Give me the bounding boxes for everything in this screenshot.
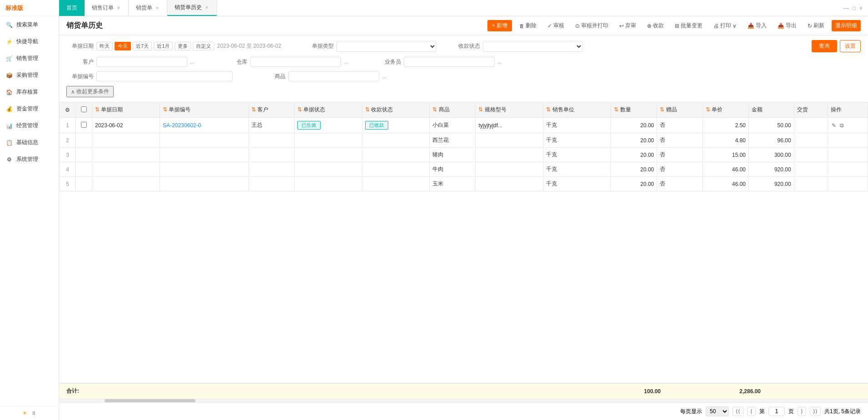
col-price[interactable]: ⇅ 单价: [703, 102, 749, 118]
doc-number-link[interactable]: SA-20230602-0: [163, 122, 201, 129]
pause-icon[interactable]: ⏸: [31, 410, 36, 416]
col-customer[interactable]: ⇅ 客户: [248, 102, 294, 118]
doc-number-input[interactable]: [96, 71, 233, 81]
import-button[interactable]: 📥 导入: [744, 20, 770, 31]
delete-button-label: 删除: [526, 22, 537, 30]
row-checkbox[interactable]: [81, 122, 87, 128]
sidebar-item-search-menu[interactable]: 🔍 搜索菜单: [0, 16, 59, 33]
audit-button[interactable]: ✓ 审核: [544, 20, 568, 31]
col-doc-number[interactable]: ⇅ 单据编号: [160, 102, 249, 118]
select-all-checkbox[interactable]: [81, 106, 87, 112]
sidebar-item-basic-info[interactable]: 📋 基础信息: [0, 134, 59, 151]
warehouse-icon: 🏠: [5, 89, 13, 96]
sidebar-item-operations[interactable]: 📊 经营管理: [0, 117, 59, 134]
warehouse-input[interactable]: [250, 57, 341, 67]
show-detail-button[interactable]: 显示明细: [832, 20, 861, 31]
business-person-input[interactable]: [404, 57, 495, 67]
next-page-button[interactable]: ⟩: [798, 407, 806, 416]
business-person-ellipsis[interactable]: ...: [497, 59, 502, 65]
sun-icon[interactable]: ☀: [22, 410, 27, 416]
tab-sales-history-close[interactable]: ×: [205, 5, 209, 10]
cell-checkbox[interactable]: [76, 162, 92, 177]
delete-button[interactable]: 🗑 删除: [516, 20, 540, 31]
first-page-button[interactable]: ⟨⟨: [733, 407, 743, 416]
date-btn-more[interactable]: 更多: [175, 42, 191, 50]
cell-doc-number: [160, 177, 249, 191]
audit-button-label: 审核: [553, 22, 564, 30]
sidebar-item-inventory[interactable]: 🏠 库存核算: [0, 84, 59, 100]
col-settings[interactable]: ⚙: [60, 102, 76, 118]
last-page-button[interactable]: ⟩⟩: [810, 407, 821, 416]
date-btn-custom[interactable]: 自定义: [193, 42, 214, 50]
tab-sales-order-close[interactable]: ×: [116, 5, 121, 11]
tab-sales-order[interactable]: 销售订单 ×: [85, 0, 129, 16]
cell-checkbox[interactable]: [76, 118, 92, 133]
date-btn-1month[interactable]: 近1月: [154, 42, 173, 50]
audit-print-button[interactable]: ⊙ 审核并打印: [572, 20, 612, 31]
query-button[interactable]: 查询: [812, 40, 837, 52]
tab-sales-goods-close[interactable]: ×: [155, 5, 160, 11]
date-btn-7days[interactable]: 近7天: [133, 42, 152, 50]
tab-home[interactable]: 首页: [59, 0, 85, 16]
show-detail-button-label: 显示明细: [835, 22, 857, 30]
print-button[interactable]: 🖨 打印 ∨: [710, 20, 740, 31]
page-number-input[interactable]: [768, 407, 785, 416]
cell-checkbox[interactable]: [76, 148, 92, 162]
close-window-icon[interactable]: ×: [859, 5, 863, 11]
col-goods[interactable]: ⇅ 商品: [430, 102, 476, 118]
refresh-button[interactable]: ↻ 刷新: [804, 20, 828, 31]
batch-change-button[interactable]: ⊞ 批量变更: [671, 20, 706, 31]
warehouse-ellipsis[interactable]: ...: [344, 59, 348, 65]
audit-icon: ✓: [547, 23, 552, 29]
cell-checkbox[interactable]: [76, 133, 92, 148]
edit-icon[interactable]: ✎: [831, 121, 837, 130]
tab-sales-goods[interactable]: 销货单 ×: [129, 0, 167, 16]
cell-goods: 西兰花: [430, 133, 476, 148]
cell-quantity: 20.00: [611, 177, 657, 191]
col-unit[interactable]: ⇅ 销售单位: [543, 102, 611, 118]
collapse-icon: ∧: [71, 89, 75, 95]
minimize-icon[interactable]: —: [843, 5, 849, 11]
col-date[interactable]: ⇅ 单据日期: [92, 102, 160, 118]
sort-icon-price: ⇅: [706, 106, 710, 113]
col-spec[interactable]: ⇅ 规格型号: [476, 102, 543, 118]
col-gift[interactable]: ⇅ 赠品: [657, 102, 703, 118]
cell-doc-status: [294, 162, 362, 177]
date-range: 2023-06-02 至 2023-06-02: [217, 42, 281, 50]
settings-button[interactable]: 设置: [840, 40, 861, 52]
date-btn-yesterday[interactable]: 昨天: [96, 42, 113, 50]
payment-status-select[interactable]: [483, 41, 583, 52]
cell-actions: [828, 177, 868, 191]
goods-input[interactable]: [288, 71, 379, 81]
col-payment-status[interactable]: ⇅ 收款状态: [362, 102, 430, 118]
sidebar-item-sales-mgmt[interactable]: 🛒 销售管理: [0, 50, 59, 67]
sidebar-item-funds-mgmt[interactable]: 💰 资金管理: [0, 100, 59, 117]
prev-page-button[interactable]: ⟨: [747, 407, 756, 416]
sidebar-item-quick-nav[interactable]: ⚡ 快捷导航: [0, 33, 59, 50]
col-actions: 操作: [828, 102, 868, 118]
collect-button[interactable]: ⊕ 收款: [643, 20, 667, 31]
maximize-icon[interactable]: □: [853, 5, 856, 11]
sidebar-item-purchase-mgmt[interactable]: 📦 采购管理: [0, 67, 59, 84]
cell-date: 2023-06-02: [92, 118, 160, 133]
document-icon: 📋: [5, 139, 13, 146]
sidebar-item-system[interactable]: ⚙ 系统管理: [0, 151, 59, 168]
collapse-button[interactable]: ∧ 收起更多条件: [66, 86, 114, 97]
customer-ellipsis[interactable]: ...: [190, 59, 195, 65]
doc-type-select[interactable]: [336, 41, 437, 52]
sort-icon-customer: ⇅: [251, 106, 256, 113]
tab-sales-history[interactable]: 销货单历史 ×: [167, 0, 217, 16]
page-size-select[interactable]: 50 10 20 100: [706, 406, 729, 416]
copy-icon[interactable]: ⧉: [839, 121, 845, 130]
export-button[interactable]: 📤 导出: [774, 20, 800, 31]
new-button[interactable]: + 新增: [487, 20, 512, 31]
cell-seq: 5: [60, 177, 76, 191]
date-btn-today[interactable]: 今天: [115, 42, 131, 50]
customer-input[interactable]: [96, 57, 187, 67]
abandon-button[interactable]: ↩ 弃审: [616, 20, 640, 31]
col-doc-status[interactable]: ⇅ 单据状态: [294, 102, 362, 118]
col-quantity[interactable]: ⇅ 数量: [611, 102, 657, 118]
col-checkbox[interactable]: [76, 102, 92, 118]
goods-ellipsis[interactable]: ...: [382, 73, 386, 80]
cell-checkbox[interactable]: [76, 177, 92, 191]
